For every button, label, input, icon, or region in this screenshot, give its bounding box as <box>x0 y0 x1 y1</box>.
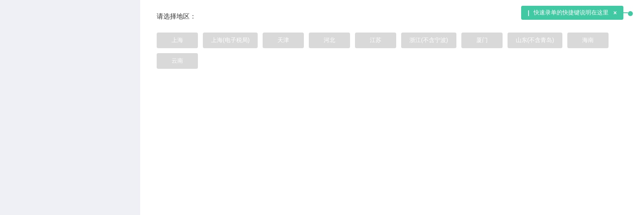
tooltip-banner: 快速录单的快捷键说明在这里 × <box>521 6 623 20</box>
region-button-shanghai-etax[interactable]: 上海(电子税局) <box>203 33 258 48</box>
tooltip-connector-dot <box>628 11 633 16</box>
region-buttons-container: 上海上海(电子税局)天津河北江苏浙江(不含宁波)厦门山东(不含青岛)海南云南 <box>157 33 628 69</box>
region-button-xiamen[interactable]: 厦门 <box>461 33 503 48</box>
region-button-tianjin[interactable]: 天津 <box>263 33 304 48</box>
region-button-yunnan[interactable]: 云南 <box>157 53 198 69</box>
region-button-hebei[interactable]: 河北 <box>309 33 350 48</box>
region-button-hainan[interactable]: 海南 <box>567 33 609 48</box>
region-button-shandong[interactable]: 山东(不含青岛) <box>508 33 562 48</box>
region-button-jiangsu[interactable]: 江苏 <box>355 33 396 48</box>
region-button-shanghai[interactable]: 上海 <box>157 33 198 48</box>
tooltip-close-button[interactable]: × <box>613 9 617 16</box>
tooltip-connector-line <box>620 12 628 13</box>
tooltip-text: 快速录单的快捷键说明在这里 <box>534 9 609 16</box>
region-button-zhejiang[interactable]: 浙江(不含宁波) <box>401 33 456 48</box>
main-content: 请选择地区： 上海上海(电子税局)天津河北江苏浙江(不含宁波)厦门山东(不含青岛… <box>140 0 644 215</box>
left-sidebar <box>0 0 140 215</box>
